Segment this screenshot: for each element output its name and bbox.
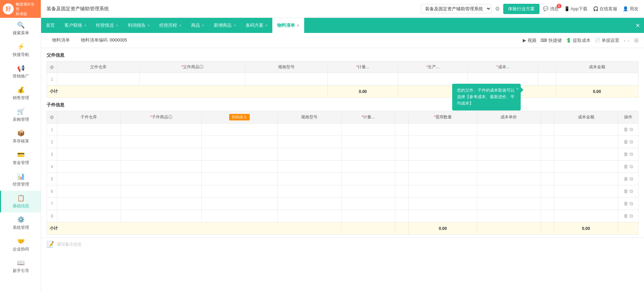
copy-icon-6[interactable]: ⧉ xyxy=(630,188,633,194)
close-customers-icon[interactable]: × xyxy=(84,23,86,27)
child-cell-goods-5[interactable] xyxy=(121,173,201,185)
child-cell-unitcost-2[interactable] xyxy=(477,136,541,148)
tab-history[interactable]: 经营历程 × xyxy=(154,18,186,33)
child-cell-warehouse-1[interactable] xyxy=(57,124,121,136)
child-cell-scan-3[interactable] xyxy=(201,148,277,161)
child-cell-goods-1[interactable] xyxy=(121,124,201,136)
child-cell-unit-5[interactable] xyxy=(341,173,395,185)
copy-icon-2[interactable]: ⧉ xyxy=(630,139,633,145)
child-cell-warehouse-6[interactable] xyxy=(57,185,121,198)
delete-icon-1[interactable]: 🗑 xyxy=(623,127,628,132)
child-cell-scan-8[interactable] xyxy=(201,210,277,222)
grid-view-icon[interactable]: ⊞ xyxy=(634,37,639,44)
child-cell-qty-7[interactable] xyxy=(409,198,477,210)
child-cell-unitcost-4[interactable] xyxy=(477,161,541,173)
sub-tab-list[interactable]: 物料清单 xyxy=(47,33,75,48)
tooltip-close-icon[interactable]: × xyxy=(516,86,519,92)
sidebar-item-quick-nav[interactable]: ⚡ 快捷导航 xyxy=(0,39,41,61)
tab-profit[interactable]: 利润报告 × xyxy=(123,18,154,33)
delete-icon-4[interactable]: 🗑 xyxy=(623,164,628,170)
child-cell-warehouse-5[interactable] xyxy=(57,173,121,185)
child-cell-spec-5[interactable] xyxy=(278,173,342,185)
child-cell-scan-7[interactable] xyxy=(201,198,277,210)
child-cell-unit-3[interactable] xyxy=(341,148,395,161)
delete-icon-3[interactable]: 🗑 xyxy=(623,151,628,157)
child-th-gear[interactable]: ⚙ xyxy=(47,111,57,124)
sidebar-item-system[interactable]: ⚙️ 系统管理 xyxy=(0,212,41,234)
child-cell-warehouse-7[interactable] xyxy=(57,198,121,210)
close-goods-icon[interactable]: × xyxy=(202,23,204,27)
sidebar-item-finance[interactable]: 💳 资金管理 xyxy=(0,148,41,169)
sidebar-item-guide[interactable]: 📖 新手引导 xyxy=(0,256,41,277)
copy-icon-5[interactable]: ⧉ xyxy=(630,176,633,182)
child-cell-goods-6[interactable] xyxy=(121,185,201,198)
system-selector[interactable]: 装备及固定资产辅助管理系统 xyxy=(421,4,492,13)
child-cell-spec-6[interactable] xyxy=(278,185,342,198)
child-cell-goods-2[interactable] xyxy=(121,136,201,148)
delete-icon-5[interactable]: 🗑 xyxy=(623,176,628,182)
child-cell-qty-8[interactable] xyxy=(409,210,477,222)
cost-action[interactable]: 💲 提取成本 xyxy=(566,37,591,44)
child-cell-unitcost-8[interactable] xyxy=(477,210,541,222)
parent-cell-goods-1[interactable] xyxy=(140,73,245,85)
child-cell-warehouse-8[interactable] xyxy=(57,210,121,222)
copy-icon-4[interactable]: ⧉ xyxy=(630,164,633,170)
child-cell-warehouse-2[interactable] xyxy=(57,136,121,148)
close-new-goods-icon[interactable]: × xyxy=(234,23,236,27)
child-cell-spec-8[interactable] xyxy=(278,210,342,222)
scan-button[interactable]: 扫码录入 xyxy=(229,114,250,120)
close-bom-icon[interactable]: × xyxy=(297,23,299,27)
child-cell-goods-4[interactable] xyxy=(121,161,201,173)
child-cell-qty-5[interactable] xyxy=(409,173,477,185)
child-cell-spec-4[interactable] xyxy=(278,161,342,173)
tab-barcode[interactable]: 条码方案 × xyxy=(241,18,272,33)
child-cell-scan-1[interactable] xyxy=(201,124,277,136)
delete-icon-2[interactable]: 🗑 xyxy=(623,139,628,145)
child-cell-unitcost-1[interactable] xyxy=(477,124,541,136)
close-operation-icon[interactable]: × xyxy=(116,23,118,27)
delete-icon-7[interactable]: 🗑 xyxy=(623,201,628,207)
next-arrow[interactable]: › xyxy=(627,38,630,43)
child-th-scan[interactable]: 扫码录入 xyxy=(201,111,277,124)
shortcut-action[interactable]: ⌨ 快捷键 xyxy=(541,37,562,44)
tab-new-goods[interactable]: 新增商品 × xyxy=(209,18,240,33)
sidebar-item-purchase[interactable]: 🛒 采购管理 xyxy=(0,104,41,126)
tab-customers[interactable]: 客户联络 × xyxy=(60,18,91,33)
child-cell-unit-7[interactable] xyxy=(341,198,395,210)
sub-tab-code[interactable]: 物料清单编码 0000005 xyxy=(75,33,133,48)
child-cell-scan-6[interactable] xyxy=(201,185,277,198)
sidebar-item-basic[interactable]: 📋 基础信息 xyxy=(0,191,41,212)
copy-icon-8[interactable]: ⧉ xyxy=(630,213,633,219)
child-cell-unit-6[interactable] xyxy=(341,185,395,198)
child-cell-unit-1[interactable] xyxy=(341,124,395,136)
child-cell-unitcost-5[interactable] xyxy=(477,173,541,185)
online-service[interactable]: 🎧 在线客服 xyxy=(593,6,618,12)
child-cell-warehouse-3[interactable] xyxy=(57,148,121,161)
close-all-icon[interactable]: ✕ xyxy=(631,22,644,29)
child-cell-unit-4[interactable] xyxy=(341,161,395,173)
child-cell-spec-3[interactable] xyxy=(278,148,342,161)
sidebar-item-sales[interactable]: 💰 销售管理 xyxy=(0,83,41,104)
settings-icon[interactable]: ⚙ xyxy=(495,5,500,12)
child-cell-spec-7[interactable] xyxy=(278,198,342,210)
child-cell-goods-7[interactable] xyxy=(121,198,201,210)
close-barcode-icon[interactable]: × xyxy=(265,23,268,27)
parent-cell-spec-1[interactable] xyxy=(245,73,327,85)
sidebar-item-collab[interactable]: 🤝 企业协同 xyxy=(0,234,41,256)
child-cell-unit-8[interactable] xyxy=(341,210,395,222)
prev-arrow[interactable]: ‹ xyxy=(623,38,627,43)
tab-bom[interactable]: 物料清单 × xyxy=(272,18,304,33)
child-cell-spec-1[interactable] xyxy=(278,124,342,136)
child-cell-spec-2[interactable] xyxy=(278,136,342,148)
view-action[interactable]: ▶ 视频 xyxy=(523,37,536,44)
close-profit-icon[interactable]: × xyxy=(148,23,150,27)
child-cell-goods-8[interactable] xyxy=(121,210,201,222)
copy-icon-1[interactable]: ⧉ xyxy=(630,127,633,132)
child-cell-unitcost-7[interactable] xyxy=(477,198,541,210)
tab-goods[interactable]: 商品 × xyxy=(186,18,209,33)
child-cell-scan-5[interactable] xyxy=(201,173,277,185)
delete-icon-6[interactable]: 🗑 xyxy=(623,188,628,194)
tab-operation[interactable]: 经营情况 × xyxy=(91,18,123,33)
copy-icon-3[interactable]: ⧉ xyxy=(630,151,633,157)
trial-btn[interactable]: 体验行业方案 xyxy=(503,4,540,14)
